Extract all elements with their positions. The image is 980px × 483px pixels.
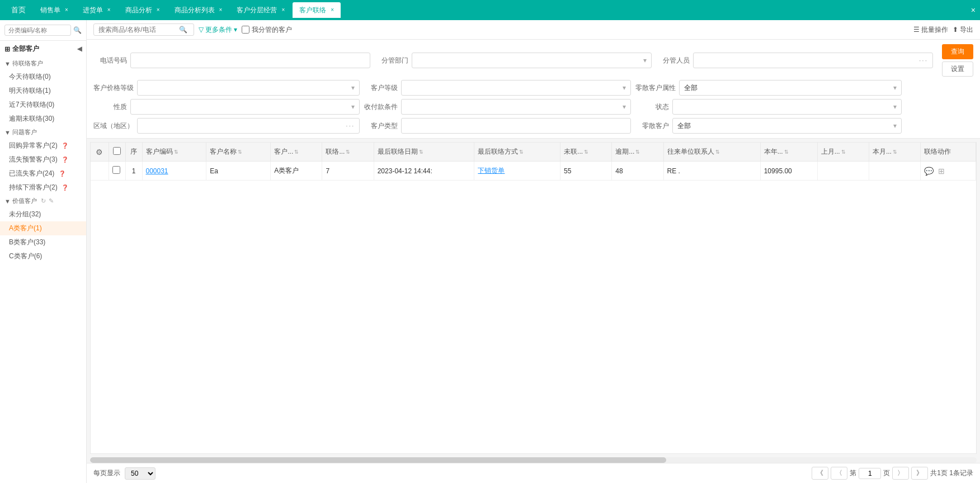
filter-person: 分管人员 ··· (656, 53, 933, 68)
qr-action-icon[interactable]: ⊞ (938, 167, 945, 176)
col-level-sort-icon[interactable]: ⇅ (294, 149, 299, 155)
customer-level-label: 客户等级 (364, 83, 398, 93)
col-this-year-sort-icon[interactable]: ⇅ (784, 149, 789, 155)
category-search-icon[interactable]: 🔍 (73, 26, 82, 34)
cell-this-month (869, 162, 920, 181)
filter-search-input[interactable] (98, 26, 177, 34)
nav-home[interactable]: 首页 (4, 2, 32, 18)
nav-tab-customer-segment[interactable]: 客户分层经营 × (230, 2, 291, 18)
nav-tab-customer-segment-close[interactable]: × (281, 2, 285, 18)
all-customers-header[interactable]: ⊞ 全部客户 ◀ (0, 41, 86, 57)
sidebar-item-ungrouped[interactable]: 未分组(32) (0, 207, 86, 221)
sidebar-item-c-class[interactable]: C类客户(6) (0, 249, 86, 263)
my-customers-checkbox[interactable] (242, 26, 249, 34)
col-this-month-sort-icon[interactable]: ⇅ (893, 149, 897, 155)
phone-input[interactable] (130, 53, 370, 68)
nav-tab-sales-close[interactable]: × (65, 2, 68, 18)
my-customers-filter[interactable]: 我分管的客户 (242, 25, 292, 35)
sidebar-item-overdue[interactable]: 逾期未联络(30) (0, 112, 86, 126)
nav-tab-sales[interactable]: 销售单 × (34, 2, 75, 18)
cell-last-method[interactable]: 下销货单 (474, 162, 560, 181)
col-contact-count-sort-icon[interactable]: ⇅ (346, 149, 350, 155)
col-not-contacted-sort-icon[interactable]: ⇅ (584, 149, 588, 155)
sidebar-item-tomorrow[interactable]: 明天待联络(1) (0, 84, 86, 98)
nav-tab-customer-contact[interactable]: 客户联络 × (293, 2, 341, 18)
sidebar-item-declining[interactable]: 持续下滑客户(2) ❓ (0, 181, 86, 195)
person-input[interactable]: ··· (693, 53, 933, 68)
page-size-select[interactable]: 20 50 100 (125, 467, 156, 480)
col-contact-person-sort-icon[interactable]: ⇅ (715, 149, 720, 155)
payment-select[interactable]: ▾ (401, 99, 630, 115)
more-filters-button[interactable]: ▽ 更多条件 ▾ (199, 25, 237, 35)
first-page-button[interactable]: 《 (812, 467, 828, 480)
current-page-input[interactable] (859, 468, 881, 479)
nav-tab-customer-contact-close[interactable]: × (331, 2, 334, 18)
sidebar-collapse-button[interactable]: ◀ (77, 45, 82, 53)
last-page-button[interactable]: 》 (911, 467, 928, 480)
scatter-customer-select[interactable]: 全部 ▾ (672, 118, 902, 134)
phone-label: 电话号码 (93, 56, 127, 65)
horizontal-scrollbar[interactable] (90, 457, 977, 463)
message-action-icon[interactable]: 💬 (924, 167, 934, 176)
nav-tab-analysis[interactable]: 商品分析 × (119, 2, 167, 18)
edit-icon[interactable]: ✎ (49, 197, 54, 205)
col-name-sort-icon[interactable]: ⇅ (238, 149, 242, 155)
pending-contact-group[interactable]: ▼ 待联络客户 (0, 57, 86, 70)
close-all-button[interactable]: × (971, 6, 976, 15)
prev-page-button[interactable]: 〈 (831, 467, 847, 480)
price-level-select[interactable]: ▾ (137, 80, 360, 96)
col-last-method-sort-icon[interactable]: ⇅ (519, 149, 524, 155)
problem-customers-group[interactable]: ▼ 问题客户 (0, 126, 86, 139)
customer-code-link[interactable]: 000031 (146, 167, 168, 175)
cell-level: A类客户 (271, 162, 322, 181)
my-customers-label: 我分管的客户 (252, 25, 292, 35)
nav-tab-purchase-close[interactable]: × (107, 2, 111, 18)
query-button[interactable]: 查询 (942, 44, 973, 59)
nav-tab-analysis-list-close[interactable]: × (219, 2, 223, 18)
nav-tab-analysis-close[interactable]: × (157, 2, 160, 18)
col-last-date: 最后联络日期 ⇅ (374, 143, 474, 162)
scatter-attr-select[interactable]: 全部 ▾ (679, 80, 902, 96)
col-last-month-sort-icon[interactable]: ⇅ (841, 149, 846, 155)
col-settings[interactable]: ⚙ (91, 143, 109, 162)
sidebar-item-churn-warning[interactable]: 流失预警客户(3) ❓ (0, 153, 86, 167)
nav-tab-analysis-list[interactable]: 商品分析列表 × (168, 2, 229, 18)
settings-icon[interactable]: ⚙ (96, 148, 103, 157)
content-area: 🔍 ▽ 更多条件 ▾ 我分管的客户 ☰ 批量操作 ⬆ 导出 (87, 20, 980, 483)
col-last-date-sort-icon[interactable]: ⇅ (419, 149, 423, 155)
settings-button[interactable]: 设置 (942, 61, 973, 77)
nature-select[interactable]: ▾ (130, 99, 360, 115)
row-checkbox[interactable] (112, 166, 120, 174)
nav-tab-purchase[interactable]: 进货单 × (76, 2, 117, 18)
sidebar-item-a-class[interactable]: A类客户(1) (0, 221, 86, 235)
col-code-sort-icon[interactable]: ⇅ (174, 149, 178, 155)
value-customers-group[interactable]: ▼ 价值客户 ↻ ✎ (0, 195, 86, 207)
dept-select[interactable]: ▾ (412, 53, 652, 68)
cell-check[interactable] (109, 162, 125, 181)
category-search-input[interactable] (4, 25, 71, 36)
data-table-container: ⚙ 序 客户编码 ⇅ (90, 142, 977, 454)
col-not-contacted-label: 未联... (564, 147, 583, 157)
col-check[interactable] (109, 143, 125, 162)
customer-level-select[interactable]: ▾ (401, 80, 630, 96)
export-button[interactable]: ⬆ 导出 (953, 25, 973, 35)
status-select[interactable]: ▾ (672, 99, 902, 115)
sidebar-item-7days[interactable]: 近7天待联络(0) (0, 98, 86, 112)
last-method-link[interactable]: 下销货单 (478, 167, 505, 174)
col-overdue-sort-icon[interactable]: ⇅ (635, 149, 640, 155)
sidebar-item-b-class[interactable]: B类客户(33) (0, 235, 86, 249)
sidebar-item-churned[interactable]: 已流失客户(24) ❓ (0, 167, 86, 181)
col-contact-count: 联络... ⇅ (322, 143, 374, 162)
sidebar-item-repurchase-abnormal[interactable]: 回购异常客户(2) ❓ (0, 139, 86, 153)
cell-code[interactable]: 000031 (142, 162, 206, 181)
batch-op-button[interactable]: ☰ 批量操作 (913, 25, 948, 35)
payment-label: 收付款条件 (364, 102, 398, 112)
select-all-checkbox[interactable] (113, 147, 121, 155)
churned-label: 已流失客户(24) (9, 169, 54, 177)
filter-search-icon[interactable]: 🔍 (179, 26, 187, 34)
refresh-icon[interactable]: ↻ (41, 197, 46, 205)
sidebar-item-today[interactable]: 今天待联络(0) (0, 70, 86, 84)
customer-type-input[interactable] (401, 118, 630, 134)
next-page-button[interactable]: 〉 (892, 467, 909, 480)
region-input[interactable]: ··· (137, 118, 360, 134)
